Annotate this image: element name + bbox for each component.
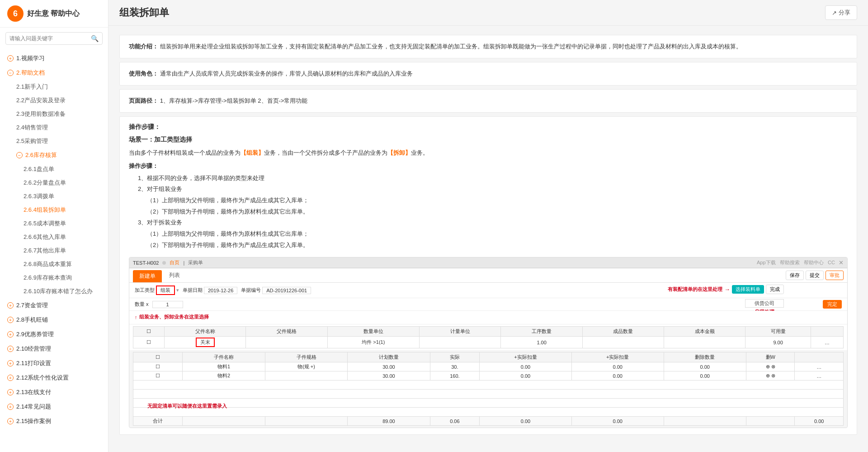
sidebar-item-25[interactable]: 2.5采购管理 xyxy=(0,134,108,148)
step2b: （2）下部明细为子件明细，最终作为原材料生成其它出库单。 xyxy=(147,206,848,218)
annotation-bom-text: 有装配清单的在这里处理 xyxy=(668,286,722,293)
expand-icon-27: + xyxy=(7,302,14,309)
sub-cell-add2: 0.00 xyxy=(571,371,664,381)
mock-date-value[interactable]: 2019-12-26 xyxy=(204,287,237,294)
mock-type-value[interactable]: 组装 xyxy=(156,285,175,295)
expand-icon-211: + xyxy=(7,360,14,366)
sidebar-item-212-label: 2.12系统个性化设置 xyxy=(16,374,69,382)
sidebar-item-27[interactable]: + 2.7资金管理 xyxy=(0,298,108,313)
topbar: 组装拆卸单 ↗ 分享 xyxy=(108,0,868,26)
sidebar-item-22[interactable]: 2.2产品安装及登录 xyxy=(0,94,108,107)
path-text: 1、库存核算->库存管理->组装拆卸单 2、首页->常用功能 xyxy=(160,97,308,104)
sidebar-item-24[interactable]: 2.4销售管理 xyxy=(0,121,108,134)
path-section: 页面路径： 1、库存核算->库存管理->组装拆卸单 2、首页->常用功能 xyxy=(119,89,857,113)
sidebar-item-23[interactable]: 2.3使用前数据准备 xyxy=(0,107,108,121)
sidebar-item-213[interactable]: + 2.13在线支付 xyxy=(0,385,108,400)
mock-code-label: 单据编号 xyxy=(241,287,261,294)
sidebar-item-265[interactable]: 2.6.5成本调整单 xyxy=(0,217,108,230)
mock-code-value[interactable]: AD-20191226-001 xyxy=(262,287,311,294)
sub-cell-name: 物料1 xyxy=(183,362,265,371)
sidebar-item-28[interactable]: + 2.8手机旺铺 xyxy=(0,313,108,327)
sub-cell-plan: 30.00 xyxy=(348,371,430,381)
sub-table-row xyxy=(133,399,844,408)
mock-approve-btn[interactable]: 审批 xyxy=(826,271,844,280)
sidebar-item-video[interactable]: + 1.视频学习 xyxy=(0,51,108,66)
mock-add-btn[interactable]: 完定 xyxy=(823,300,842,309)
feature-intro-text: 组装拆卸单用来处理企业组装或拆卸等加工业务，支持有固定装配清单的产品加工业务，也… xyxy=(160,43,742,50)
expand-icon-213: + xyxy=(7,389,14,395)
mock-tab-new[interactable]: 新建单 xyxy=(133,270,162,282)
sub-table-row xyxy=(133,381,844,390)
search-icon: 🔍 xyxy=(91,35,99,42)
cell-checkbox[interactable]: ☐ xyxy=(133,337,165,348)
sub-cell-checkbox[interactable]: ☐ xyxy=(133,371,183,381)
sub-cell-checkbox[interactable]: ☐ xyxy=(133,362,183,371)
share-button[interactable]: ↗ 分享 xyxy=(825,5,857,20)
feature-intro-section: 功能介绍： 组装拆卸单用来处理企业组装或拆卸等加工业务，支持有固定装配清单的产品… xyxy=(119,35,857,58)
cell-process-qty: 1.00 xyxy=(501,337,582,348)
sub-table-row: ☐ 物料1 物(规 +) 30.00 30. 0.00 0.00 0.00 ⊕ … xyxy=(133,362,844,371)
table-row: ☐ 关末 均件 >1(1) 1.00 9.00 xyxy=(133,337,844,348)
sidebar-item-267[interactable]: 2.6.7其他出库单 xyxy=(0,244,108,257)
sub-cell-spec xyxy=(265,371,347,381)
sidebar-item-29-label: 2.9优惠券管理 xyxy=(16,330,54,338)
sub-col-actual-add: +实际扣量 xyxy=(480,352,572,362)
mock-quantity-value[interactable]: 1 xyxy=(152,301,183,308)
mock-complete-btn[interactable]: 完成 xyxy=(766,285,784,294)
sidebar-item-label: 1.视频学习 xyxy=(16,54,45,62)
sidebar-item-21[interactable]: 2.1新手入门 xyxy=(0,80,108,94)
sidebar-item-263[interactable]: 2.6.3调拨单 xyxy=(0,190,108,203)
sidebar-item-211[interactable]: + 2.11打印设置 xyxy=(0,356,108,371)
mock-quantity-label: 数量 x xyxy=(135,301,149,308)
sub-table-row xyxy=(133,390,844,399)
sidebar-item-269[interactable]: 2.6.9库存账本查询 xyxy=(0,271,108,285)
mock-save-btn[interactable]: 保存 xyxy=(786,271,804,280)
sidebar-item-26[interactable]: − 2.6库存核算 xyxy=(0,148,108,162)
mock-upper-table: ☐ 父件名称 父件规格 数量单位 计量单位 工序数量 成品数量 成本金额 可用量 xyxy=(133,326,844,348)
mock-supplier-input[interactable]: 供货公司 xyxy=(745,299,784,308)
sidebar-item-210[interactable]: + 2.10经营管理 xyxy=(0,342,108,356)
mock-lower-table-container: ☐ 子件名称 子件规格 计划数量 实际 +实际扣量 +实际扣量 删除数量 删W xyxy=(129,350,847,428)
sidebar-item-2610[interactable]: 2.6.10库存账本错了怎么办 xyxy=(0,285,108,298)
sidebar-item-266[interactable]: 2.6.6其他入库单 xyxy=(0,230,108,244)
col-op xyxy=(811,327,843,337)
footer-add2-total: 0.00 xyxy=(571,417,664,426)
sidebar-item-215[interactable]: + 2.15操作案例 xyxy=(0,414,108,428)
sub-cell-action[interactable]: … xyxy=(795,362,844,371)
mock-select-bom-btn[interactable]: 选择装料单 xyxy=(732,285,764,294)
mock-submit-btn[interactable]: 提交 xyxy=(806,271,824,280)
search-input[interactable] xyxy=(9,35,91,42)
sub-cell-action[interactable]: … xyxy=(795,371,844,381)
sidebar-item-29[interactable]: + 2.9优惠券管理 xyxy=(0,327,108,342)
app-title: 好生意 帮助中心 xyxy=(27,9,80,19)
role-label: 使用角色： xyxy=(129,70,158,77)
step-list: 1、根据不同的业务，选择不同单据的类型来处理 2、对于组装业务 （1）上部明细为… xyxy=(138,173,848,251)
mock-date-label: 单据日期 xyxy=(183,287,203,294)
nav-section: + 1.视频学习 − 2.帮助文档 2.1新手入门 2.2产品安装及登录 2.3… xyxy=(0,49,108,430)
mock-code-field: 单据编号 AD-20191226-001 xyxy=(241,287,311,294)
step3: 3、对于拆装业务 xyxy=(138,217,848,228)
cell-parent-name: 关末 xyxy=(164,337,245,348)
collapse-icon: − xyxy=(7,70,14,76)
search-box[interactable]: 🔍 xyxy=(5,32,103,45)
sidebar-item-268[interactable]: 2.6.8商品成本重算 xyxy=(0,257,108,271)
parent-name-value[interactable]: 关末 xyxy=(196,338,215,347)
footer-add1-total: 0.00 xyxy=(480,417,572,426)
main-content: 组装拆卸单 ↗ 分享 功能介绍： 组装拆卸单用来处理企业组装或拆卸等加工业务，支… xyxy=(108,0,868,452)
sidebar-item-261[interactable]: 2.6.1盘点单 xyxy=(0,162,108,176)
col-process-qty: 工序数量 xyxy=(501,327,582,337)
cell-action[interactable]: … xyxy=(811,337,843,348)
sidebar-item-262[interactable]: 2.6.2分量盘点单 xyxy=(0,176,108,190)
sidebar-item-212[interactable]: + 2.12系统个性化设置 xyxy=(0,371,108,385)
sidebar-item-docs[interactable]: − 2.帮助文档 xyxy=(0,66,108,80)
sub-cell-actual: 160. xyxy=(430,371,479,381)
expand-icon-215: + xyxy=(7,418,14,424)
step2: 2、对于组装业务 xyxy=(138,184,848,195)
footer-actual-total: 0.06 xyxy=(430,417,479,426)
sidebar-item-264[interactable]: 2.6.4组装拆卸单 xyxy=(0,203,108,217)
mock-tab-list[interactable]: 列表 xyxy=(163,269,186,281)
expand-icon-210: + xyxy=(7,346,14,352)
mock-form-area: 加工类型 组装 ▾ 单据日期 2019-12-26 单据编号 AD-201912… xyxy=(129,283,847,298)
annotation-type-label: 组装业务、拆卸业务在这里选择 xyxy=(139,314,209,320)
sidebar-item-214[interactable]: + 2.14常见问题 xyxy=(0,400,108,414)
